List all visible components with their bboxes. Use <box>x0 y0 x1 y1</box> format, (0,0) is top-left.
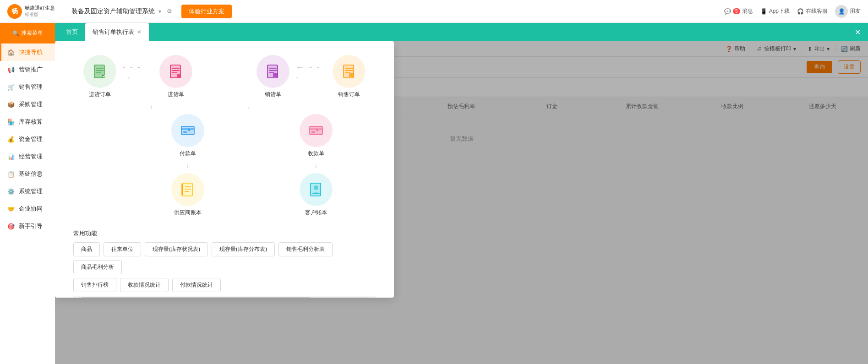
sidebar-item-newbie[interactable]: 🎯 新手引导 <box>0 217 55 235</box>
flow-item-purchase-bill[interactable]: 进货单 <box>150 55 202 98</box>
dropdown-arrow-icon[interactable]: ▾ <box>158 8 161 15</box>
scroll-right-icon[interactable]: ▶ <box>368 296 374 298</box>
flow-item-sales-order[interactable]: 销售订单 <box>323 55 376 98</box>
horizontal-scrollbar[interactable]: ◀ ▶ <box>73 296 376 298</box>
customer-ledger-circle <box>300 173 333 206</box>
flow-item-customer-ledger[interactable]: 客户账本 <box>289 173 344 217</box>
flow-item-sales-bill[interactable]: 销货单 <box>246 55 299 98</box>
enterprise-icon: 🤝 <box>7 205 15 213</box>
sales-icon: 🛒 <box>7 83 15 91</box>
app-download-action[interactable]: 📱 App下载 <box>760 7 790 15</box>
supplier-ledger-circle <box>171 173 204 206</box>
sidebar-item-purchase[interactable]: 📦 采购管理 <box>0 96 55 113</box>
topbar: 畅 畅康通好生意 标准版 装备及固定资产辅助管理系统 ▾ ⚙ 体验行业方案 💬 … <box>0 0 868 23</box>
arrow-1: - - - → <box>122 62 153 92</box>
sidebar-item-label: 快捷导航 <box>19 48 43 56</box>
sidebar-item-operations[interactable]: 📊 经营管理 <box>0 148 55 165</box>
system-title-area: 装备及固定资产辅助管理系统 ▾ ⚙ 体验行业方案 <box>62 5 724 18</box>
flow-row-arrows2: ↓ ↓ <box>73 161 376 169</box>
logo-sub: 标准版 <box>25 11 55 18</box>
down-arrow-purchase: ↓ <box>133 103 169 109</box>
home-icon: 🏠 <box>7 48 15 56</box>
sidebar-item-basic-info[interactable]: 📋 基础信息 <box>0 165 55 183</box>
sidebar-item-marketing[interactable]: 📢 营销推广 <box>0 61 55 78</box>
content-area: ❓ 帮助 🖨 按模板打印 ▾ ⬆ 导出 ▾ 🔄 刷新 <box>55 41 868 364</box>
flow-item-purchase-order[interactable]: 进货订单 <box>73 55 126 98</box>
logo-text-area: 畅康通好生意 标准版 <box>25 5 55 17</box>
modal-overlay: 进货订单 - - - → <box>55 41 868 364</box>
sidebar-item-inventory[interactable]: 🏪 库存核算 <box>0 113 55 130</box>
search-menu[interactable]: 🔍 搜索菜单 <box>0 27 55 40</box>
scrollbar-track[interactable] <box>81 297 368 298</box>
func-buttons-row2: 销售排行榜 收款情况统计 付款情况统计 <box>73 278 376 292</box>
search-icon: 🔍 <box>12 30 19 37</box>
flow-diagram: 进货订单 - - - → <box>73 55 376 220</box>
flow-item-payment[interactable]: ¥ 付款单 <box>160 114 215 158</box>
tab-close-icon[interactable]: ✕ <box>137 29 142 35</box>
sidebar-item-label: 新手引导 <box>19 222 43 230</box>
sidebar-item-system[interactable]: ⚙️ 系统管理 <box>0 183 55 200</box>
svg-rect-17 <box>349 73 354 77</box>
func-btn-stock-dist[interactable]: 现存量(库存分布表) <box>212 242 275 256</box>
down-arrow-payment: ↓ <box>160 162 215 168</box>
online-service-label: 在线客服 <box>806 7 828 15</box>
func-btn-receipt-stats[interactable]: 收款情况统计 <box>120 278 169 292</box>
modal-content: 进货订单 - - - → <box>55 41 394 298</box>
supplier-ledger-label: 供应商账本 <box>174 209 202 217</box>
sidebar-nav: 🏠 快捷导航 📢 营销推广 🛒 销售管理 📦 采购管理 🏪 库存核算 💰 资金管… <box>0 43 55 235</box>
sidebar-item-label: 经营管理 <box>19 152 43 161</box>
download-icon: 📱 <box>760 8 767 15</box>
flow-item-supplier-ledger[interactable]: 供应商账本 <box>160 173 215 217</box>
sidebar-item-label: 营销推广 <box>19 65 43 74</box>
sidebar-item-sales[interactable]: 🛒 销售管理 <box>0 78 55 96</box>
func-btn-payment-stats[interactable]: 付款情况统计 <box>172 278 221 292</box>
func-btn-stock-status[interactable]: 现存量(库存状况表) <box>145 242 208 256</box>
sidebar-item-quick-nav[interactable]: 🏠 快捷导航 <box>0 43 55 61</box>
purchase-bill-circle <box>159 55 192 88</box>
system-icon: ⚙️ <box>7 187 15 196</box>
topbar-right: 💬 5 消息 📱 App下载 🎧 在线客服 👤 用友 <box>724 5 861 18</box>
sidebar-item-enterprise[interactable]: 🤝 企业协同 <box>0 200 55 217</box>
sidebar-item-finance[interactable]: 💰 资金管理 <box>0 130 55 148</box>
sidebar-item-label: 采购管理 <box>19 100 43 109</box>
finance-icon: 💰 <box>7 135 15 143</box>
receipt-circle: ¥ <box>300 114 333 147</box>
scrollbar-thumb[interactable] <box>81 297 311 298</box>
purchase-bill-label: 进货单 <box>168 91 184 98</box>
svg-rect-24 <box>311 131 315 133</box>
tab-sales-exec[interactable]: 销售订单执行表 ✕ <box>85 23 149 41</box>
logo-icon: 畅 <box>7 4 22 19</box>
scroll-left-icon[interactable]: ◀ <box>75 296 81 298</box>
settings-icon[interactable]: ⚙ <box>167 8 172 15</box>
trial-button[interactable]: 体验行业方案 <box>181 5 232 18</box>
service-icon: 🎧 <box>797 8 804 15</box>
func-btn-sales-rank[interactable]: 销售排行榜 <box>73 278 116 292</box>
payment-circle: ¥ <box>171 114 204 147</box>
message-action[interactable]: 💬 5 消息 <box>724 7 753 15</box>
func-btn-sales-margin[interactable]: 销售毛利分析表 <box>278 242 333 256</box>
sales-order-label: 销售订单 <box>338 91 360 98</box>
svg-point-32 <box>314 185 318 190</box>
user-action[interactable]: 👤 用友 <box>835 5 861 18</box>
func-buttons-row1: 商品 往来单位 现存量(库存状况表) 现存量(库存分布表) 销售毛利分析表 商品… <box>73 242 376 274</box>
purchase-order-circle <box>83 55 116 88</box>
func-btn-counterparty[interactable]: 往来单位 <box>104 242 141 256</box>
logo-area: 畅 畅康通好生意 标准版 <box>7 4 62 19</box>
purchase-order-label: 进货订单 <box>89 91 111 98</box>
logo-text: 畅康通好生意 <box>25 5 55 11</box>
online-service-action[interactable]: 🎧 在线客服 <box>797 7 828 15</box>
tabbar-close-button[interactable]: ✕ <box>851 28 864 37</box>
down-arrow-receipt: ↓ <box>289 162 344 168</box>
tab-home[interactable]: 首页 <box>59 23 85 41</box>
sidebar-item-label: 库存核算 <box>19 118 43 126</box>
sidebar: 🔍 搜索菜单 🏠 快捷导航 📢 营销推广 🛒 销售管理 📦 采购管理 🏪 库存核… <box>0 23 55 364</box>
customer-ledger-label: 客户账本 <box>305 209 327 217</box>
search-menu-label: 搜索菜单 <box>21 29 43 37</box>
func-btn-goods-margin[interactable]: 商品毛利分析 <box>73 260 122 274</box>
flow-item-receipt[interactable]: ¥ 收款单 <box>289 114 344 158</box>
func-btn-goods[interactable]: 商品 <box>73 242 100 256</box>
svg-rect-12 <box>273 73 278 77</box>
svg-rect-27 <box>181 184 183 195</box>
tab-home-label: 首页 <box>66 28 78 36</box>
tab-sales-exec-label: 销售订单执行表 <box>93 28 134 36</box>
